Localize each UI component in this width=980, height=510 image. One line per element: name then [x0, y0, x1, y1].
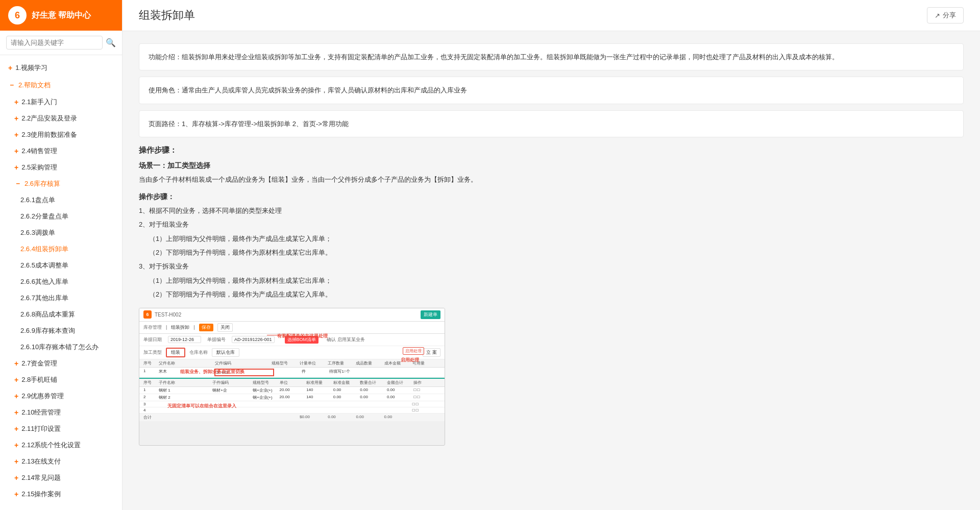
app-enable-label: 启用处理	[403, 347, 424, 355]
path-block: 页面路径：1、库存核算->库存管理->组装拆卸单 2、首页->常用功能	[139, 110, 964, 137]
app-logo: 6	[143, 310, 152, 319]
app-confirm-btn[interactable]: 立 案	[423, 348, 440, 357]
app-save-btn[interactable]: 保存	[199, 324, 213, 331]
sidebar-item-partial-stocktake[interactable]: 2.6.2分量盘点单	[0, 208, 122, 225]
scene1-desc: 当由多个子件材料组装成一个成品的业务为【组装】业务，当由一个父件拆分成多个子产品…	[139, 174, 964, 186]
app-footer-totals: 合计 $0.00 0.00 0.00 0.00	[139, 414, 445, 421]
docs-subitems: + 2.1新手入门 + 2.2产品安装及登录 + 2.3使用前数据准备 + 2.…	[0, 94, 122, 502]
steps-list: 1、根据不同的业务，选择不同单据的类型来处理 2、对于组装业务 （1）上部明细为…	[139, 205, 964, 301]
sidebar-item-inventory[interactable]: － 2.6库存核算	[0, 176, 122, 192]
app-lower-row1: 1 钢材 1 钢材+企 钢+企业(+) 20.00 140 0.00 0.00 …	[139, 387, 445, 394]
app-upper-table-header: 序号 父件名称 父件编码 规格型号 计量单位 工序数量 成品数量 成本金额 可用…	[139, 359, 445, 368]
collapse-icon: －	[8, 81, 15, 90]
sidebar-item-data-prep[interactable]: + 2.3使用前数据准备	[0, 127, 122, 143]
annotation-bom: 有装配清单的在这里处理	[277, 333, 328, 339]
share-icon: ↗	[935, 12, 940, 19]
step3-sub2: （2）下部明细为子件明细，最终作为产成品生成某它入库单。	[149, 288, 964, 300]
sidebar-item-other-out[interactable]: 2.6.7其他出库单	[0, 290, 122, 306]
sidebar-item-stock-error[interactable]: 2.6.10库存账本错了怎么办	[0, 339, 122, 355]
sidebar-item-print[interactable]: + 2.11打印设置	[0, 421, 122, 437]
ops-title: 操作步骤：	[139, 145, 964, 155]
app-tab-new[interactable]: 新建单	[421, 310, 440, 319]
main-content: 组装拆卸单 ↗ 分享 功能介绍：组装拆卸单用来处理企业组装或拆卸等加工业务，支持…	[122, 0, 980, 510]
steps-subtitle: 操作步骤：	[139, 192, 964, 202]
app-screenshot: 6 TEST-H002 新建单 库存管理 | 组装拆卸 | 保存 关闭 单据日期…	[139, 308, 445, 446]
annotation-switch: 组装业务、拆卸业务在这里切换	[180, 369, 244, 375]
sidebar-item-beginner[interactable]: + 2.1新手入门	[0, 94, 122, 110]
sidebar-item-stocktake[interactable]: 2.6.1盘点单	[0, 192, 122, 208]
step3-sub1: （1）上部明细为父件明细，最终作为原材料生成某它出库单；	[149, 275, 964, 286]
app-topbar: 6 TEST-H002 新建单	[139, 308, 445, 322]
search-area: 🔍	[0, 31, 122, 55]
sidebar-item-finance[interactable]: + 2.7资金管理	[0, 355, 122, 372]
intro-block: 功能介绍：组装拆卸单用来处理企业组装或拆卸等加工业务，支持有固定装配清单的产品加…	[139, 43, 964, 70]
nav-section-video: + 1.视频学习	[0, 59, 122, 77]
content-area: 功能介绍：组装拆卸单用来处理企业组装或拆卸等加工业务，支持有固定装配清单的产品加…	[122, 31, 980, 510]
role-block: 使用角色：通常由生产人员或库管人员完成拆装业务的操作，库管人员确认原材料的出库和…	[139, 77, 964, 104]
annotation-enable: 启用处理	[401, 357, 419, 363]
sidebar-item-other-in[interactable]: 2.6.6其他入库单	[0, 274, 122, 290]
app-type-row: 加工类型 组装 仓库名称 默认仓库 启用处理 立 案	[139, 346, 445, 359]
app-type-select[interactable]: 组装	[166, 348, 185, 357]
sidebar-item-assembly[interactable]: 2.6.4组装拆卸单	[0, 241, 122, 257]
step2-sub2: （2）下部明细为子件明细，最终作为原材料生成某它出库单。	[149, 247, 964, 258]
sidebar-item-cost-adjust[interactable]: 2.6.5成本调整单	[0, 257, 122, 274]
nav-section-docs: － 2.帮助文档 + 2.1新手入门 + 2.2产品安装及登录 + 2.3使用前…	[0, 77, 122, 502]
step1: 1、根据不同的业务，选择不同单据的类型来处理	[139, 205, 964, 216]
search-icon[interactable]: 🔍	[106, 38, 116, 47]
scene1-title: 场景一：加工类型选择	[139, 161, 964, 171]
sidebar-item-transfer[interactable]: 2.6.3调拨单	[0, 225, 122, 241]
page-title: 组装拆卸单	[139, 8, 195, 23]
sidebar-item-coupon[interactable]: + 2.9优惠券管理	[0, 388, 122, 404]
app-lower-row2: 2 钢材 2 钢+企业(+) 20.00 140 0.00 0.00 0.00 …	[139, 394, 445, 401]
step3: 3、对于拆装业务	[139, 260, 964, 272]
sidebar-header: 6 好生意 帮助中心	[0, 0, 122, 31]
annotation-no-bom: 无固定清单可以在组合在这里录入	[167, 403, 236, 409]
step2: 2、对于组装业务	[139, 218, 964, 230]
sidebar-item-sales[interactable]: + 2.4销售管理	[0, 143, 122, 159]
app-second-toolbar: 库存管理 | 组装拆卸 | 保存 关闭	[139, 322, 445, 334]
sidebar-title: 好生意 帮助中心	[32, 10, 91, 21]
search-input[interactable]	[6, 36, 103, 50]
app-close-btn[interactable]: 关闭	[217, 323, 233, 332]
sidebar-item-cases[interactable]: + 2.15操作案例	[0, 486, 122, 502]
sidebar-item-faq[interactable]: + 2.14常见问题	[0, 470, 122, 486]
share-button[interactable]: ↗ 分享	[927, 7, 964, 23]
sidebar-item-ops[interactable]: + 2.10经营管理	[0, 404, 122, 421]
sidebar-item-docs[interactable]: － 2.帮助文档	[0, 77, 122, 94]
sidebar-item-mobile[interactable]: + 2.8手机旺铺	[0, 372, 122, 388]
logo-icon: 6	[8, 6, 27, 25]
step2-sub1: （1）上部明细为父件明细，最终作为产成品生成某它入库单；	[149, 233, 964, 245]
sidebar-item-video[interactable]: + 1.视频学习	[0, 59, 122, 77]
sidebar-item-stock-ledger[interactable]: 2.6.9库存账本查询	[0, 323, 122, 339]
main-header: 组装拆卸单 ↗ 分享	[122, 0, 980, 31]
app-lower-table-header: 序号 子件名称 子件编码 规格型号 单位 标准用量 标准金额 数量合计 金额合计…	[139, 378, 445, 387]
sidebar-item-customize[interactable]: + 2.12系统个性化设置	[0, 437, 122, 453]
sidebar-item-purchase[interactable]: + 2.5采购管理	[0, 159, 122, 176]
sidebar-item-online-pay[interactable]: + 2.13在线支付	[0, 453, 122, 470]
sidebar-item-cost-recalc[interactable]: 2.6.8商品成本重算	[0, 306, 122, 323]
nav-tree: + 1.视频学习 － 2.帮助文档 + 2.1新手入门 + 2.2产品安装及登录	[0, 55, 122, 510]
sidebar: 6 好生意 帮助中心 🔍 + 1.视频学习 － 2.帮助文档 + 2.1新手入门	[0, 0, 122, 510]
expand-icon: +	[8, 64, 12, 72]
sidebar-item-install[interactable]: + 2.2产品安装及登录	[0, 110, 122, 127]
